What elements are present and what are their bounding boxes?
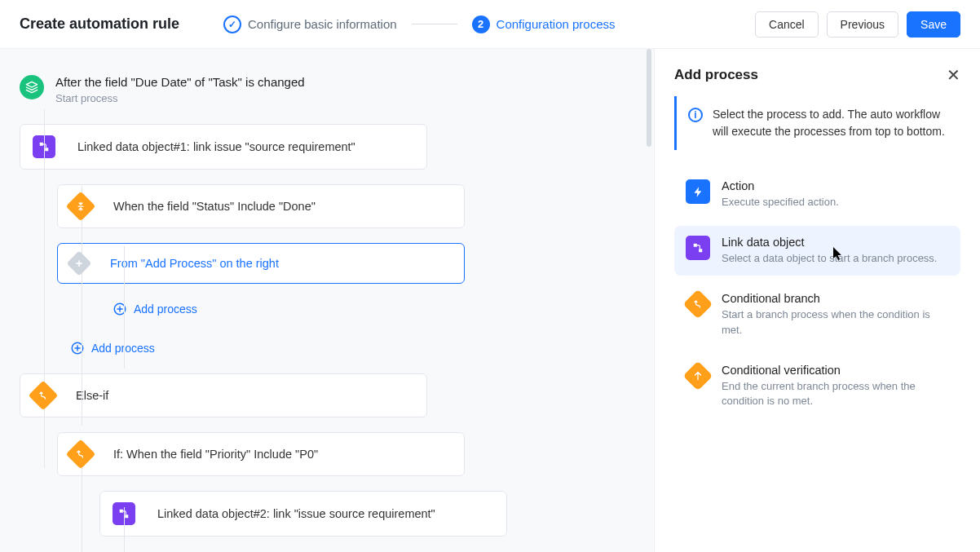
info-text: Select the process to add. The auto work… bbox=[713, 106, 951, 140]
step-2-label: Configuration process bbox=[497, 17, 616, 31]
body: After the field "Due Date" of "Task" is … bbox=[0, 49, 980, 552]
option-action-title: Action bbox=[722, 179, 839, 192]
add-process-panel: Add process ✕ i Select the process to ad… bbox=[654, 49, 980, 552]
option-action-desc: Execute specified action. bbox=[722, 195, 839, 210]
save-button[interactable]: Save bbox=[907, 11, 960, 38]
option-branch-desc: Start a branch process when the conditio… bbox=[722, 307, 949, 337]
add-process-label: Add process bbox=[134, 302, 197, 316]
step-2[interactable]: 2 Configuration process bbox=[472, 15, 616, 33]
linked-object-card-1[interactable]: Linked data object#1: link issue "source… bbox=[20, 124, 427, 170]
layers-icon bbox=[20, 75, 44, 99]
linked-object-1-text: Linked data object#1: link issue "source… bbox=[77, 140, 355, 153]
add-process-link-inner[interactable]: Add process bbox=[113, 295, 634, 323]
svg-rect-0 bbox=[40, 143, 43, 146]
svg-rect-6 bbox=[694, 244, 697, 247]
step-1[interactable]: Configure basic information bbox=[223, 15, 397, 33]
option-conditional-branch[interactable]: Conditional branch Start a branch proces… bbox=[674, 282, 960, 347]
panel-title: Add process bbox=[674, 67, 758, 83]
trigger-subtitle: Start process bbox=[55, 92, 634, 104]
add-process-hint-card[interactable]: + From "Add Process" on the right bbox=[57, 243, 465, 284]
condition-priority-text: If: When the field "Priority" Include "P… bbox=[113, 448, 318, 461]
link-object-icon bbox=[686, 236, 710, 260]
option-branch-title: Conditional branch bbox=[722, 292, 949, 305]
previous-button[interactable]: Previous bbox=[827, 11, 898, 38]
connector-line bbox=[44, 109, 45, 468]
process-canvas: After the field "Due Date" of "Task" is … bbox=[0, 49, 654, 552]
close-icon[interactable]: ✕ bbox=[947, 67, 960, 83]
connector-line bbox=[124, 246, 125, 369]
option-conditional-verification[interactable]: Conditional verification End the current… bbox=[674, 354, 960, 418]
branch-icon bbox=[66, 439, 96, 470]
branch-icon bbox=[29, 381, 59, 411]
svg-rect-1 bbox=[45, 148, 48, 151]
option-action[interactable]: Action Execute specified action. bbox=[674, 170, 960, 219]
step-connector bbox=[412, 24, 457, 24]
cursor-icon bbox=[832, 246, 844, 261]
condition-status-text: When the field "Status" Include "Done" bbox=[113, 200, 316, 213]
wizard-steps: Configure basic information 2 Configurat… bbox=[223, 15, 755, 33]
header: Create automation rule Configure basic i… bbox=[0, 0, 980, 49]
condition-card-priority[interactable]: If: When the field "Priority" Include "P… bbox=[57, 432, 465, 476]
linked-object-2-text: Linked data object#2: link "issue source… bbox=[157, 507, 435, 520]
option-link-title: Link data object bbox=[722, 236, 937, 249]
lightning-icon bbox=[686, 179, 710, 204]
add-process-label: Add process bbox=[91, 342, 155, 355]
trigger-node[interactable]: After the field "Due Date" of "Task" is … bbox=[20, 75, 634, 104]
svg-rect-4 bbox=[120, 510, 123, 513]
hint-text: From "Add Process" on the right bbox=[110, 257, 279, 270]
connector-line bbox=[82, 186, 82, 426]
scrollbar-thumb[interactable] bbox=[647, 49, 651, 147]
verify-icon bbox=[683, 360, 713, 391]
header-actions: Cancel Previous Save bbox=[755, 11, 960, 38]
svg-rect-5 bbox=[125, 514, 128, 518]
check-icon bbox=[223, 15, 241, 33]
cancel-button[interactable]: Cancel bbox=[755, 11, 819, 38]
condition-card-status[interactable]: When the field "Status" Include "Done" bbox=[57, 184, 465, 228]
info-icon: i bbox=[688, 108, 703, 122]
linked-object-card-2[interactable]: Linked data object#2: link "issue source… bbox=[99, 491, 507, 537]
add-process-link-outer[interactable]: Add process bbox=[70, 334, 634, 362]
svg-rect-7 bbox=[699, 249, 702, 252]
option-link-data-object[interactable]: Link data object Select a data object to… bbox=[674, 226, 960, 276]
condition-icon bbox=[66, 192, 96, 222]
option-verify-title: Conditional verification bbox=[722, 364, 949, 377]
page-title: Create automation rule bbox=[20, 15, 223, 33]
option-verify-desc: End the current branch process when the … bbox=[722, 379, 949, 408]
trigger-title: After the field "Due Date" of "Task" is … bbox=[55, 75, 634, 89]
placeholder-icon: + bbox=[66, 250, 91, 276]
step-1-label: Configure basic information bbox=[248, 17, 397, 31]
branch-icon bbox=[683, 289, 713, 320]
else-if-card[interactable]: Else-if bbox=[20, 373, 427, 417]
option-link-desc: Select a data object to start a branch p… bbox=[722, 251, 937, 266]
plus-circle-icon bbox=[70, 341, 85, 355]
connector-line bbox=[124, 507, 125, 552]
plus-circle-icon bbox=[113, 302, 127, 316]
info-banner: i Select the process to add. The auto wo… bbox=[674, 96, 960, 150]
step-number-icon: 2 bbox=[472, 15, 490, 33]
